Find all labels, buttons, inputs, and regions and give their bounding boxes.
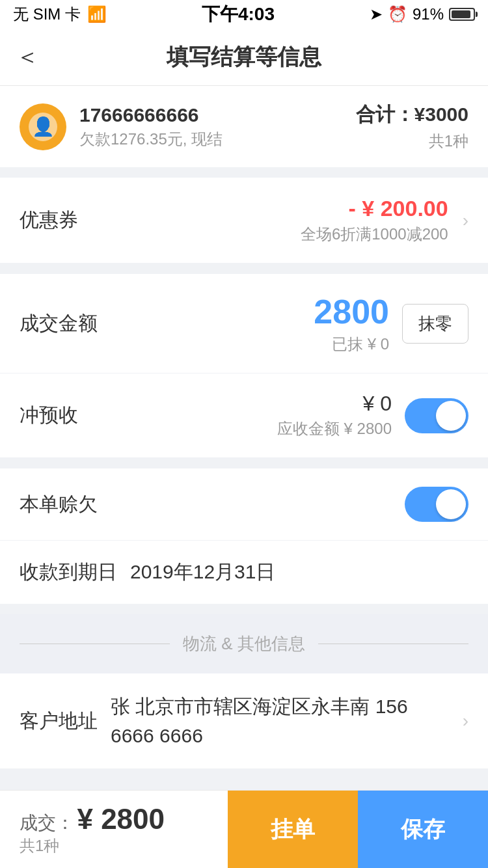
avatar: 👤 [20, 103, 66, 150]
total-amount: 合计：¥3000 [356, 102, 468, 128]
section-divider-2 [0, 458, 488, 468]
amount-sub: 已抹 ¥ 0 [314, 334, 389, 355]
bottom-bar: 成交： ¥ 2800 共1种 挂单 保存 [0, 790, 488, 868]
divider-line-left [20, 644, 170, 644]
status-time: 下午4:03 [202, 2, 275, 27]
address-chevron-icon: › [463, 711, 468, 731]
section-divider-1 [0, 264, 488, 274]
alarm-icon: ⏰ [388, 5, 407, 23]
summary-amount: ¥ 2800 [77, 803, 165, 835]
coupon-amount: - ¥ 200.00 [349, 196, 448, 221]
prepay-row: 冲预收 ¥ 0 应收金额 ¥ 2800 [0, 373, 488, 458]
debt-label: 本单赊欠 [20, 491, 98, 518]
prepay-amount: ¥ 0 [277, 392, 392, 416]
customer-info: 17666666666 欠款1276.35元, 现结 [79, 104, 223, 150]
address-value: 张 北京市市辖区海淀区永丰南 156 6666 6666 [111, 692, 442, 750]
prepay-values: ¥ 0 应收金额 ¥ 2800 [277, 392, 392, 439]
customer-phone: 17666666666 [79, 104, 223, 126]
location-icon: ➤ [370, 5, 383, 23]
prepay-sub: 应收金额 ¥ 2800 [277, 418, 392, 439]
prepay-label: 冲预收 [20, 402, 78, 429]
amount-right: 2800 已抹 ¥ 0 抹零 [314, 292, 468, 355]
prepay-toggle[interactable] [405, 398, 468, 433]
logistics-section: 物流 & 其他信息 [0, 614, 488, 673]
logistics-label: 物流 & 其他信息 [183, 632, 305, 655]
debt-toggle[interactable] [405, 487, 468, 522]
total-label: 合计： [356, 103, 414, 125]
toggle-knob [436, 401, 466, 431]
due-date-row: 收款到期日 2019年12月31日 [0, 540, 488, 604]
amount-section: 成交金额 2800 已抹 ¥ 0 抹零 [0, 274, 488, 373]
bottom-actions: 挂单 保存 [228, 791, 488, 868]
round-off-button[interactable]: 抹零 [402, 304, 468, 344]
due-date-label: 收款到期日 [20, 559, 117, 586]
coupon-chevron-icon: › [463, 210, 468, 231]
due-date-value: 2019年12月31日 [130, 559, 275, 586]
avatar-icon: 👤 [29, 113, 57, 141]
divider-line-right [318, 644, 468, 644]
total-value: ¥3000 [414, 103, 468, 125]
amount-label: 成交金额 [20, 310, 98, 337]
save-button[interactable]: 保存 [358, 791, 488, 868]
bottom-summary: 成交： ¥ 2800 共1种 [0, 803, 228, 856]
wifi-icon: 📶 [87, 5, 107, 23]
status-left: 无 SIM 卡 📶 [13, 4, 107, 25]
coupon-row[interactable]: 优惠券 - ¥ 200.00 全场6折满1000减200 › [0, 178, 488, 264]
debt-toggle-knob [436, 489, 466, 519]
coupon-desc: 全场6折满1000减200 [301, 224, 448, 245]
prepay-right: ¥ 0 应收金额 ¥ 2800 [277, 392, 468, 439]
summary-label: 成交： [20, 813, 74, 833]
battery-icon [449, 8, 475, 21]
address-label: 客户地址 [20, 708, 98, 735]
status-right: ➤ ⏰ 91% [370, 5, 475, 23]
battery-percent: 91% [413, 5, 444, 23]
amount-value: 2800 [314, 292, 389, 331]
pending-button[interactable]: 挂单 [228, 791, 358, 868]
customer-left: 👤 17666666666 欠款1276.35元, 现结 [20, 103, 223, 150]
page-title: 填写结算等信息 [167, 42, 321, 72]
sim-label: 无 SIM 卡 [13, 4, 81, 25]
customer-debt: 欠款1276.35元, 现结 [79, 129, 223, 150]
content: 👤 17666666666 欠款1276.35元, 现结 合计：¥3000 共1… [0, 86, 488, 853]
customer-card: 👤 17666666666 欠款1276.35元, 现结 合计：¥3000 共1… [0, 86, 488, 167]
customer-total: 合计：¥3000 共1种 [356, 102, 468, 152]
nav-bar: ＜ 填写结算等信息 [0, 29, 488, 86]
debt-row: 本单赊欠 [0, 468, 488, 540]
total-count: 共1种 [356, 131, 468, 152]
address-row[interactable]: 客户地址 张 北京市市辖区海淀区永丰南 156 6666 6666 › [0, 673, 488, 768]
back-button[interactable]: ＜ [16, 41, 39, 73]
summary-count: 共1种 [20, 835, 208, 856]
coupon-values: - ¥ 200.00 全场6折满1000减200 [301, 196, 448, 245]
coupon-label: 优惠券 [20, 207, 78, 234]
amount-row: 成交金额 2800 已抹 ¥ 0 抹零 [0, 274, 488, 373]
status-bar: 无 SIM 卡 📶 下午4:03 ➤ ⏰ 91% [0, 0, 488, 29]
